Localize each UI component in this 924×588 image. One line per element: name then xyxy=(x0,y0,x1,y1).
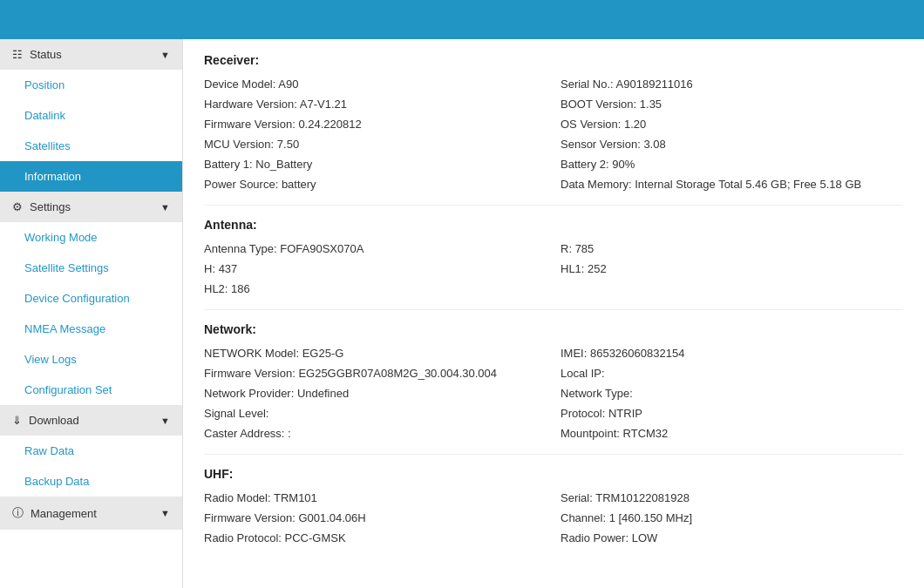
sidebar-item-information[interactable]: Information xyxy=(0,161,182,192)
sidebar-item-device-configuration[interactable]: Device Configuration xyxy=(0,283,182,314)
field-value: Undefined xyxy=(297,387,349,400)
field-value: 0.24.220812 xyxy=(298,118,361,131)
sidebar-section-settings[interactable]: ⚙Settings▼ xyxy=(0,192,182,222)
info-row: OS Version: 1.20 xyxy=(561,116,903,132)
field-label: H: xyxy=(204,262,219,275)
field-label: Network Type: xyxy=(561,387,633,400)
field-label: Network Provider: xyxy=(204,387,297,400)
main-content: Receiver:Device Model: A90Serial No.: A9… xyxy=(183,39,924,588)
sidebar-section-download[interactable]: ⇓Download▼ xyxy=(0,405,182,436)
field-value: A90 xyxy=(278,78,298,91)
info-row: Radio Power: LOW xyxy=(561,530,903,546)
info-row: R: 785 xyxy=(561,240,903,257)
chevron-icon: ▼ xyxy=(160,50,170,60)
field-label: Radio Power: xyxy=(561,531,632,544)
sidebar-item-backup-data[interactable]: Backup Data xyxy=(0,466,182,497)
chevron-icon: ▼ xyxy=(160,416,170,426)
field-label: HL1: xyxy=(561,262,588,275)
field-value: EG25GGBR07A08M2G_30.004.30.004 xyxy=(298,367,497,380)
field-label: OS Version: xyxy=(561,118,624,131)
section-title-network: Network: xyxy=(204,322,903,336)
sidebar-item-position[interactable]: Position xyxy=(0,70,182,100)
field-label: IMEI: xyxy=(561,347,590,360)
sidebar-section-status[interactable]: ☷Status▼ xyxy=(0,39,182,70)
field-value: 90% xyxy=(612,158,635,171)
sidebar-item-raw-data[interactable]: Raw Data xyxy=(0,436,182,466)
field-label: Protocol: xyxy=(561,407,608,420)
field-label: R: xyxy=(561,242,575,255)
sidebar-section-management[interactable]: ⓘManagement▼ xyxy=(0,497,182,530)
field-label: Serial No.: xyxy=(561,78,616,91)
field-label: Firmware Version: xyxy=(204,118,298,131)
field-label: Sensor Version: xyxy=(561,138,643,151)
field-label: Local IP: xyxy=(561,367,605,380)
sidebar-section-label: Settings xyxy=(30,200,71,213)
info-row: Power Source: battery xyxy=(204,176,547,193)
field-label: Hardware Version: xyxy=(204,98,300,111)
section-grid-network: NETWORK Model: EG25-GIMEI: 8653260608321… xyxy=(204,345,903,442)
field-value: TRM10122081928 xyxy=(595,491,690,504)
info-row: IMEI: 865326060832154 xyxy=(561,345,903,362)
sidebar-item-datalink[interactable]: Datalink xyxy=(0,100,182,131)
sidebar-item-satellite-settings[interactable]: Satellite Settings xyxy=(0,253,182,283)
info-row: NETWORK Model: EG25-G xyxy=(204,345,547,362)
field-label: Signal Level: xyxy=(204,407,268,420)
field-label: MCU Version: xyxy=(204,138,277,151)
grid-icon: ☷ xyxy=(12,48,23,61)
field-value: No_Battery xyxy=(255,158,312,171)
field-label: Firmware Version: xyxy=(204,511,298,524)
sidebar-item-nmea-message[interactable]: NMEA Message xyxy=(0,314,182,344)
info-row: Serial: TRM10122081928 xyxy=(561,490,903,506)
gear-icon: ⚙ xyxy=(12,200,23,213)
sidebar-section-label: Download xyxy=(29,414,79,427)
info-icon: ⓘ xyxy=(12,505,24,521)
chevron-icon: ▼ xyxy=(160,202,170,213)
info-row: Firmware Version: 0.24.220812 xyxy=(204,116,547,132)
field-value: 1.20 xyxy=(624,118,646,131)
info-row: Battery 1: No_Battery xyxy=(204,156,547,172)
info-row: Network Type: xyxy=(561,385,903,402)
info-row: Channel: 1 [460.150 MHz] xyxy=(561,510,903,526)
field-value: FOFA90SX070A xyxy=(280,242,363,255)
field-label: Caster Address: xyxy=(204,427,288,440)
field-value: 785 xyxy=(575,242,594,255)
info-row: H: 437 xyxy=(204,260,547,277)
info-row: Firmware Version: G001.04.06H xyxy=(204,510,547,526)
info-row: Firmware Version: EG25GGBR07A08M2G_30.00… xyxy=(204,365,547,382)
sidebar-item-configuration-set[interactable]: Configuration Set xyxy=(0,375,182,405)
sidebar-item-working-mode[interactable]: Working Mode xyxy=(0,222,182,253)
sidebar-item-view-logs[interactable]: View Logs xyxy=(0,344,182,375)
info-row: Caster Address: : xyxy=(204,425,547,442)
field-value: LOW xyxy=(632,531,658,544)
info-row: HL2: 186 xyxy=(204,280,547,297)
field-label: Serial: xyxy=(561,491,595,504)
field-label: Battery 1: xyxy=(204,158,255,171)
section-grid-antenna: Antenna Type: FOFA90SX070AR: 785H: 437HL… xyxy=(204,240,903,297)
field-value: Internal Storage Total 5.46 GB; Free 5.1… xyxy=(635,178,861,191)
info-row: Battery 2: 90% xyxy=(561,156,903,172)
field-label: Mountpoint: xyxy=(561,427,623,440)
info-row: MCU Version: 7.50 xyxy=(204,136,547,152)
field-label: Firmware Version: xyxy=(204,367,298,380)
field-value: G001.04.06H xyxy=(298,511,365,524)
field-label: Radio Protocol: xyxy=(204,531,285,544)
info-row: Hardware Version: A7-V1.21 xyxy=(204,96,547,112)
field-value: A7-V1.21 xyxy=(300,98,347,111)
header xyxy=(0,0,924,39)
field-label: Radio Model: xyxy=(204,491,274,504)
field-value: 7.50 xyxy=(277,138,299,151)
sidebar-item-satellites[interactable]: Satellites xyxy=(0,131,182,161)
sidebar-section-label: Management xyxy=(31,507,97,520)
info-row: HL1: 252 xyxy=(561,260,903,277)
info-row: Radio Protocol: PCC-GMSK xyxy=(204,530,547,546)
field-value: 437 xyxy=(219,262,238,275)
section-title-uhf: UHF: xyxy=(204,467,903,481)
info-row: Data Memory: Internal Storage Total 5.46… xyxy=(561,176,903,193)
chevron-icon: ▼ xyxy=(160,508,170,518)
info-row: Protocol: NTRIP xyxy=(561,405,903,422)
field-value: PCC-GMSK xyxy=(285,531,346,544)
field-value: 1 [460.150 MHz] xyxy=(609,511,692,524)
field-value: EG25-G xyxy=(302,347,344,360)
info-row: Radio Model: TRM101 xyxy=(204,490,547,506)
sidebar: ☷Status▼PositionDatalinkSatellitesInform… xyxy=(0,39,183,588)
